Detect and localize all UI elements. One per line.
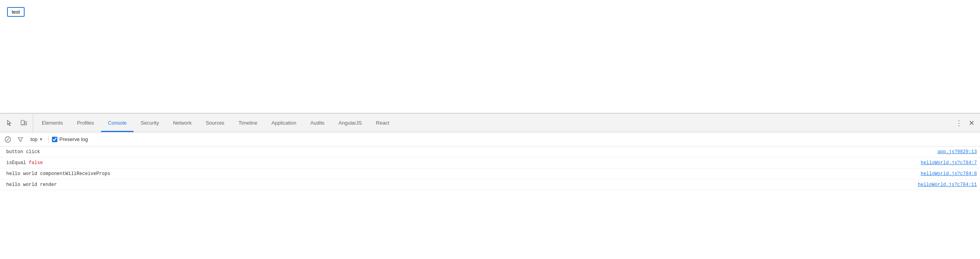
- test-button[interactable]: test: [7, 7, 25, 17]
- preserve-log-label[interactable]: Preserve log: [52, 136, 88, 142]
- tab-react[interactable]: React: [369, 114, 396, 132]
- tab-application[interactable]: Application: [264, 114, 303, 132]
- toolbar-icon-group: [0, 114, 33, 132]
- devtools-toolbar: Elements Profiles Console Security Netwo…: [0, 114, 980, 132]
- console-row-link[interactable]: helloWorld.js?c784:11: [918, 182, 977, 188]
- browser-page: test: [0, 0, 980, 113]
- devtools-panel: Elements Profiles Console Security Netwo…: [0, 113, 980, 259]
- console-row: isEqual false helloWorld.js?c784:7: [0, 157, 980, 168]
- inspect-element-button[interactable]: [4, 118, 15, 129]
- tab-sources[interactable]: Sources: [199, 114, 232, 132]
- console-row-link[interactable]: helloWorld.js?c784:8: [921, 171, 977, 177]
- tab-elements[interactable]: Elements: [35, 114, 70, 132]
- console-row-text: hello world componentWillReceiveProps: [6, 171, 110, 177]
- filter-button[interactable]: [16, 135, 25, 144]
- context-value: top: [30, 136, 37, 142]
- clear-console-button[interactable]: [3, 135, 12, 144]
- console-secondary-toolbar: top ▼ Preserve log: [0, 132, 980, 146]
- console-row: hello world componentWillReceiveProps he…: [0, 168, 980, 179]
- console-output: button click app.js?9829:13 isEqual fals…: [0, 146, 980, 259]
- tab-console[interactable]: Console: [101, 114, 134, 132]
- device-toolbar-button[interactable]: [18, 118, 29, 129]
- console-text-before: isEqual: [6, 160, 29, 166]
- tab-profiles[interactable]: Profiles: [70, 114, 101, 132]
- tab-angularjs[interactable]: AngularJS: [331, 114, 369, 132]
- filter-icon: [17, 136, 23, 143]
- more-options-button[interactable]: ⋮: [953, 118, 964, 129]
- tab-audits[interactable]: Audits: [303, 114, 331, 132]
- console-row-text: hello world render: [6, 182, 57, 188]
- preserve-log-checkbox[interactable]: [52, 137, 57, 142]
- close-devtools-button[interactable]: ✕: [966, 118, 977, 129]
- toolbar-end-buttons: ⋮ ✕: [950, 114, 980, 132]
- clear-icon: [5, 136, 11, 143]
- console-row-link[interactable]: app.js?9829:13: [937, 149, 977, 155]
- dropdown-arrow-icon: ▼: [39, 137, 43, 141]
- console-row-link[interactable]: helloWorld.js?c784:7: [921, 160, 977, 166]
- cursor-icon: [6, 120, 13, 127]
- toolbar-divider: [48, 136, 49, 143]
- device-icon: [20, 120, 27, 127]
- console-row: hello world render helloWorld.js?c784:11: [0, 179, 980, 190]
- tabs-container: Elements Profiles Console Security Netwo…: [33, 114, 950, 132]
- console-row-text: button click: [6, 149, 40, 155]
- context-dropdown[interactable]: top ▼: [28, 136, 45, 143]
- tab-network[interactable]: Network: [166, 114, 199, 132]
- console-row-text: isEqual false: [6, 160, 43, 166]
- console-row: button click app.js?9829:13: [0, 146, 980, 157]
- tab-security[interactable]: Security: [134, 114, 166, 132]
- svg-rect-1: [25, 121, 27, 125]
- tab-timeline[interactable]: Timeline: [232, 114, 265, 132]
- console-false-value: false: [29, 160, 43, 166]
- svg-line-4: [7, 138, 9, 141]
- preserve-log-text: Preserve log: [59, 136, 88, 142]
